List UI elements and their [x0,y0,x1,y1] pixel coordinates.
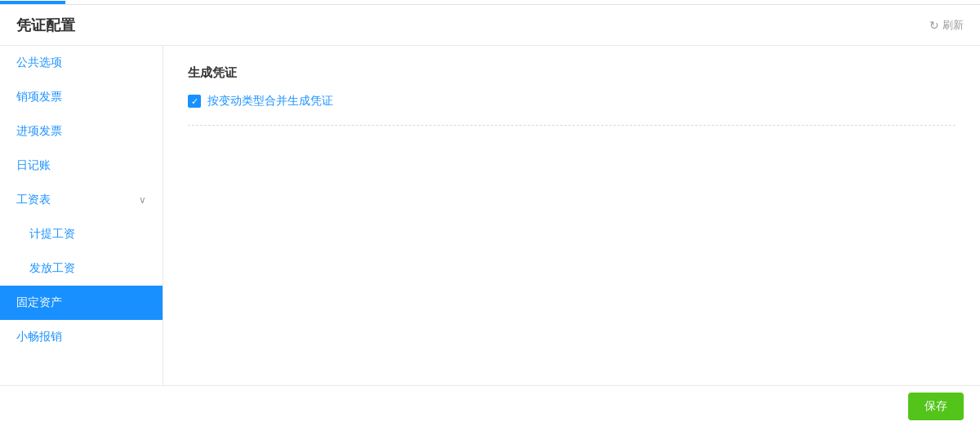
main-content: 公共选项 销项发票 进项发票 日记账 工资表 ∨ 计提工资 发放工资 固定资产 … [0,46,980,385]
chevron-down-icon: ∨ [139,194,146,206]
section-divider [188,125,956,126]
sidebar-item-commission-label: 计提工资 [29,227,75,242]
sidebar-item-distribution[interactable]: 发放工资 [0,251,163,286]
sidebar-item-purchase-invoice[interactable]: 进项发票 [0,114,163,149]
sidebar-item-purchase-invoice-label: 进项发票 [16,124,62,139]
sidebar-item-commission[interactable]: 计提工资 [0,217,163,251]
sidebar-item-journal-label: 日记账 [16,158,51,173]
save-button[interactable]: 保存 [908,393,964,420]
checkbox-row: ✓ 按变动类型合并生成凭证 [188,94,956,109]
section-title: 生成凭证 [188,65,956,81]
refresh-button[interactable]: ↻ 刷新 [929,18,964,33]
checkbox-label[interactable]: 按变动类型合并生成凭证 [207,94,333,109]
page-footer: 保存 [0,385,980,426]
sidebar-item-sales-invoice-label: 销项发票 [16,90,62,104]
sidebar-item-payroll-label: 工资表 [16,193,51,207]
merge-checkbox[interactable]: ✓ [188,95,201,108]
sidebar-item-sales-invoice[interactable]: 销项发票 [0,80,163,114]
sidebar-item-public[interactable]: 公共选项 [0,46,163,80]
sidebar-item-fixed-assets-label: 固定资产 [16,295,62,310]
sidebar-item-fixed-assets[interactable]: 固定资产 [0,286,163,320]
sidebar-item-public-label: 公共选项 [16,55,62,70]
sidebar-item-expense[interactable]: 小畅报销 [0,320,163,354]
check-mark-icon: ✓ [191,97,198,106]
sidebar-item-distribution-label: 发放工资 [29,261,75,276]
refresh-icon: ↻ [929,19,939,32]
active-nav-tab [0,1,65,4]
page-title: 凭证配置 [16,16,75,35]
sidebar-item-payroll[interactable]: 工资表 ∨ [0,183,163,217]
refresh-label: 刷新 [942,18,964,33]
sidebar-item-journal[interactable]: 日记账 [0,149,163,183]
sidebar: 公共选项 销项发票 进项发票 日记账 工资表 ∨ 计提工资 发放工资 固定资产 … [0,46,163,385]
content-area: 生成凭证 ✓ 按变动类型合并生成凭证 [163,46,980,385]
page-header: 凭证配置 ↻ 刷新 [0,5,980,46]
sidebar-item-expense-label: 小畅报销 [16,330,62,344]
